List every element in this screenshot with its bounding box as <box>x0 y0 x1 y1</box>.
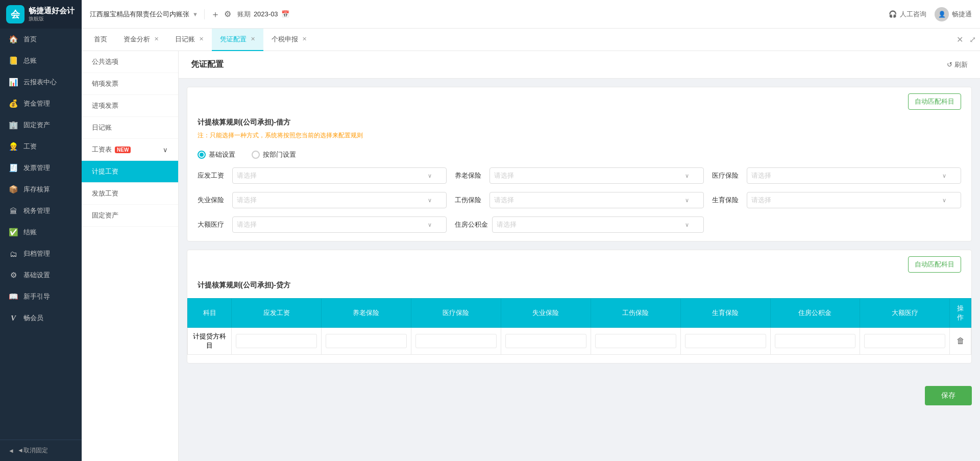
left-nav-fixed-assets[interactable]: 固定资产 <box>82 205 178 227</box>
refresh-icon: ↺ <box>947 61 952 68</box>
left-nav-accrual[interactable]: 计提工资 <box>82 161 178 183</box>
radio-dept[interactable]: 按部门设置 <box>252 150 296 159</box>
chevron-down-icon: ∨ <box>428 173 432 179</box>
th-deyly: 大额医疗 <box>860 299 950 328</box>
debit-auto-match-button[interactable]: 自动匹配科目 <box>908 93 961 110</box>
tab-funds[interactable]: 资金分析 ✕ <box>115 29 167 51</box>
tab-tax-close[interactable]: ✕ <box>302 36 307 42</box>
sidebar-item-inventory[interactable]: 📦 库存核算 <box>0 179 82 200</box>
sidebar-item-settings[interactable]: ⚙ 基础设置 <box>0 264 82 286</box>
left-nav-pay[interactable]: 发放工资 <box>82 183 178 205</box>
select-ylbx2[interactable]: 请选择 ∨ <box>747 167 961 184</box>
user-menu[interactable]: 👤 畅捷通 <box>935 7 972 21</box>
cancel-pin-button[interactable]: ◄ ◄取消固定 <box>0 440 82 461</box>
invoices-icon: 🧾 <box>8 163 18 173</box>
debit-top-right: 自动匹配科目 <box>187 87 971 110</box>
td-zfgjj-input[interactable] <box>770 328 860 355</box>
settings-icon: ⚙ <box>8 271 18 280</box>
sidebar-item-invoices[interactable]: 🧾 发票管理 <box>0 157 82 179</box>
tabbar: 首页 资金分析 ✕ 日记账 ✕ 凭证配置 ✕ 个税申报 ✕ ✕ ⤢ <box>82 29 980 51</box>
salary-table-label-group: 工资表 NEW <box>92 145 131 154</box>
sidebar-item-home[interactable]: 🏠 首页 <box>0 29 82 50</box>
add-button[interactable]: ＋ <box>211 8 220 20</box>
tab-home-label: 首页 <box>94 35 107 44</box>
left-nav-salary-table[interactable]: 工资表 NEW ∨ <box>82 139 178 161</box>
td-sybx2-input[interactable] <box>680 328 770 355</box>
tab-funds-close[interactable]: ✕ <box>154 36 159 42</box>
delete-row-button[interactable]: 🗑 <box>957 336 965 345</box>
topbar-settings-icon[interactable]: ⚙ <box>224 9 231 19</box>
input-zfgjj[interactable] <box>775 334 856 348</box>
select-sybx-placeholder: 请选择 <box>237 196 257 205</box>
tab-home[interactable]: 首页 <box>86 29 115 51</box>
left-nav-public[interactable]: 公共选项 <box>82 51 178 73</box>
sidebar-item-funds[interactable]: 💰 资金管理 <box>0 93 82 114</box>
sidebar-item-settlement[interactable]: ✅ 结账 <box>0 222 82 243</box>
chevron-down-icon-4: ∨ <box>428 197 432 204</box>
new-badge: NEW <box>115 147 131 153</box>
select-deyly[interactable]: 请选择 ∨ <box>232 216 447 233</box>
td-ylbx-input[interactable] <box>321 328 411 355</box>
select-yfgz[interactable]: 请选择 ∨ <box>232 167 447 184</box>
chevron-down-icon-8: ∨ <box>685 222 689 228</box>
tab-journal-close[interactable]: ✕ <box>199 36 204 42</box>
input-ylbx[interactable] <box>326 334 407 348</box>
tab-journal[interactable]: 日记账 ✕ <box>167 29 212 51</box>
debit-form-grid: 应发工资 请选择 ∨ 养老保险 请选择 ∨ <box>187 167 971 241</box>
period-selector[interactable]: 账期 2023-03 📅 <box>237 10 289 19</box>
sidebar-item-member[interactable]: V 畅会员 <box>0 307 82 329</box>
input-sybx[interactable] <box>505 334 586 348</box>
sidebar-item-archive[interactable]: 🗂 归档管理 <box>0 243 82 264</box>
td-ylbx2-input[interactable] <box>411 328 501 355</box>
expand-icon[interactable]: ⤢ <box>969 35 976 44</box>
left-nav-purchase-label: 进项发票 <box>92 102 118 109</box>
radio-basic[interactable]: 基础设置 <box>198 150 235 159</box>
input-deyly[interactable] <box>864 334 945 348</box>
tab-voucher[interactable]: 凭证配置 ✕ <box>212 29 263 51</box>
td-sybx-input[interactable] <box>501 328 591 355</box>
input-yfgz[interactable] <box>236 334 317 348</box>
tab-tax[interactable]: 个税申报 ✕ <box>263 29 315 51</box>
sidebar-item-wages[interactable]: 👷 工资 <box>0 136 82 157</box>
td-gsbx-input[interactable] <box>591 328 680 355</box>
refresh-button[interactable]: ↺ 刷新 <box>947 60 968 69</box>
select-ylbx[interactable]: 请选择 ∨ <box>489 167 704 184</box>
service-button[interactable]: 🎧 人工咨询 <box>889 10 926 19</box>
td-yfgz-input[interactable] <box>232 328 322 355</box>
td-deyly-input[interactable] <box>860 328 950 355</box>
tab-voucher-close[interactable]: ✕ <box>251 36 255 42</box>
company-name: 江西服宝精品有限责任公司内账张 <box>90 10 189 19</box>
calendar-icon[interactable]: 📅 <box>281 10 289 18</box>
sidebar-item-guide[interactable]: 📖 新手引导 <box>0 286 82 307</box>
left-nav-journal[interactable]: 日记账 <box>82 117 178 139</box>
sidebar-label-funds: 资金管理 <box>23 99 50 108</box>
inventory-icon: 📦 <box>8 185 18 194</box>
label-zfgjj: 住房公积金 <box>455 220 488 229</box>
sidebar-item-assets[interactable]: 🏢 固定资产 <box>0 114 82 136</box>
member-icon: V <box>8 314 18 323</box>
select-gsbx[interactable]: 请选择 ∨ <box>489 192 704 208</box>
th-sybx: 失业保险 <box>501 299 591 328</box>
cancel-pin-label: ◄取消固定 <box>17 446 48 455</box>
input-ylbx2[interactable] <box>415 334 497 348</box>
company-selector[interactable]: 江西服宝精品有限责任公司内账张 ▼ <box>90 10 198 19</box>
input-sybx2[interactable] <box>685 334 766 348</box>
chevron-down-icon-5: ∨ <box>685 197 689 204</box>
select-zfgjj[interactable]: 请选择 ∨ <box>492 216 704 233</box>
select-sybx2[interactable]: 请选择 ∨ <box>747 192 961 208</box>
home-icon: 🏠 <box>8 35 18 44</box>
pin-icon: ◄ <box>8 447 14 454</box>
save-button[interactable]: 保存 <box>925 386 972 405</box>
close-tab-icon[interactable]: ✕ <box>957 35 963 44</box>
credit-auto-match-button[interactable]: 自动匹配科目 <box>908 256 961 273</box>
sidebar-item-reports[interactable]: 📊 云报表中心 <box>0 71 82 93</box>
select-sybx[interactable]: 请选择 ∨ <box>232 192 447 208</box>
sidebar-item-tax[interactable]: 🏛 税务管理 <box>0 200 82 222</box>
left-nav-sales[interactable]: 销项发票 <box>82 73 178 95</box>
left-nav-purchase[interactable]: 进项发票 <box>82 95 178 117</box>
main-area: 江西服宝精品有限责任公司内账张 ▼ ＋ ⚙ 账期 2023-03 📅 🎧 人工咨… <box>82 0 980 461</box>
form-row-gsbx: 工伤保险 请选择 ∨ <box>455 192 704 208</box>
input-gsbx[interactable] <box>595 334 676 348</box>
tab-funds-label: 资金分析 <box>124 35 150 44</box>
sidebar-item-ledger[interactable]: 📒 总账 <box>0 50 82 71</box>
